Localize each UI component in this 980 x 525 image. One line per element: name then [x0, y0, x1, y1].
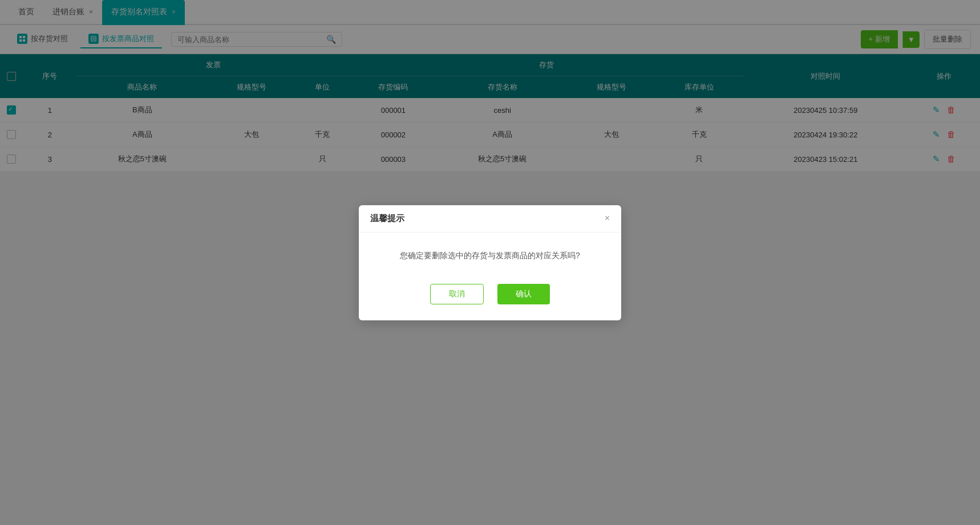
modal-overlay: 温馨提示 × 您确定要删除选中的存货与发票商品的对应关系吗? 取消 确认 [0, 0, 980, 172]
